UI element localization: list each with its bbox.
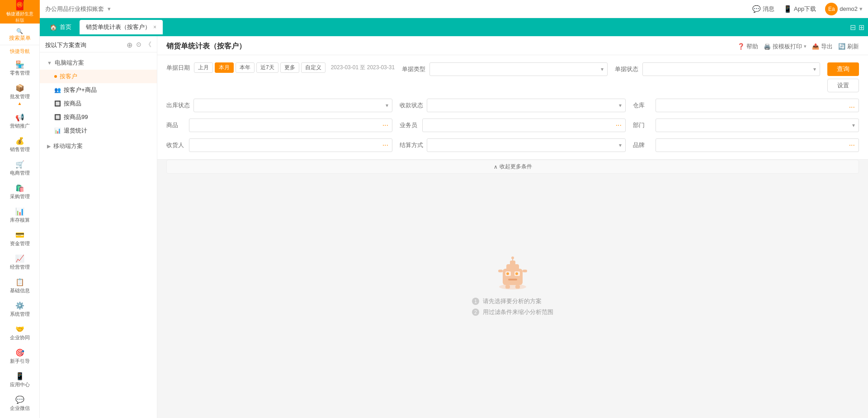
- sidebar-item-retail[interactable]: 🏪 零售管理: [0, 57, 39, 80]
- query-btn[interactable]: 查询: [827, 62, 859, 76]
- user-menu[interactable]: Ea demo2 ▾: [825, 3, 863, 15]
- tab-expand-btn[interactable]: ⊞: [859, 23, 864, 32]
- sidebar-search[interactable]: 🔍 搜索菜单: [0, 24, 39, 45]
- sidebar-item-marketing[interactable]: 📢 营销推广: [0, 109, 39, 133]
- sidebar-item-operation[interactable]: 📈 经营管理: [0, 251, 39, 274]
- doc-type-select[interactable]: ▾: [429, 62, 607, 76]
- tree-item-return-stats[interactable]: 📊 退货统计: [40, 124, 157, 138]
- settlement-select[interactable]: ▾: [427, 138, 626, 152]
- apps-icon: 📱: [15, 372, 24, 380]
- sidebar-item-enterprise[interactable]: 🤝 企业协同: [0, 321, 39, 345]
- salesperson-dots: ···: [616, 122, 622, 129]
- brand-select[interactable]: ···: [656, 138, 859, 152]
- warehouse-select[interactable]: ...: [656, 99, 859, 112]
- user-name: demo2: [840, 5, 858, 12]
- sidebar-item-sales[interactable]: 💰 销售管理: [0, 133, 39, 157]
- sidebar-item-wechat[interactable]: 💬 企业微信: [0, 392, 39, 415]
- refresh-label: 刷新: [847, 43, 859, 51]
- tab-close-btn[interactable]: ×: [153, 24, 156, 30]
- consignee-select[interactable]: ···: [189, 138, 392, 152]
- settings-scheme-btn[interactable]: ⊙: [136, 41, 142, 49]
- tree-item-by-goods99[interactable]: 🔲 按商品99: [40, 110, 157, 124]
- tree-item-by-goods[interactable]: 🔲 按商品: [40, 97, 157, 110]
- sidebar-item-purchase[interactable]: 🛍️ 采购管理: [0, 180, 39, 204]
- sidebar-item-inventory[interactable]: 📊 库存核算: [0, 204, 39, 227]
- sidebar-item-finance[interactable]: 💳 资金管理: [0, 227, 39, 251]
- left-panel-header: 按以下方案查询 ⊕ ⊙ 《: [40, 36, 157, 52]
- tree-group-mobile[interactable]: ▶ 移动端方案: [40, 139, 157, 153]
- nav-title[interactable]: 快捷导航: [10, 45, 30, 57]
- brand-dots: ···: [849, 142, 855, 149]
- avatar: Ea: [825, 3, 838, 15]
- logo-icon: 🧧: [14, 0, 26, 10]
- filter-row-3: 商品 ··· 业务员 ··· 部门: [166, 119, 859, 132]
- settlement-label: 结算方式: [400, 141, 423, 149]
- add-scheme-btn[interactable]: ⊕: [127, 41, 132, 49]
- sidebar-item-system[interactable]: ⚙️ 系统管理: [0, 298, 39, 321]
- top-header: 办公用品行业模拟账套 ▾ 💬 消息 📱 App下载 Ea demo2 ▾: [40, 0, 868, 18]
- wholesale-label: 批发管理: [10, 93, 30, 100]
- tab-active[interactable]: 销货单统计表（按客户） ×: [80, 20, 163, 34]
- sidebar-item-basic[interactable]: 📋 基础信息: [0, 274, 39, 298]
- sales-icon: 💰: [15, 137, 24, 145]
- empty-tip-1: 1 请先选择要分析的方案: [472, 297, 553, 305]
- wechat-label: 企业微信: [10, 405, 30, 412]
- sidebar-item-newuser[interactable]: 🎯 新手引导: [0, 345, 39, 368]
- sidebar-item-ecommerce[interactable]: 🛒 电商管理: [0, 157, 39, 180]
- tab-minimize-btn[interactable]: ⊟: [850, 23, 856, 32]
- receipt-status-select[interactable]: ▾: [427, 99, 626, 112]
- date-range: 2023-03-01 至 2023-03-31: [331, 64, 395, 71]
- home-label: 首页: [60, 23, 71, 31]
- salesperson-select[interactable]: ···: [422, 119, 626, 132]
- tree-group-label: 电脑端方案: [55, 59, 84, 67]
- brand-label: 品牌: [633, 141, 652, 149]
- tip-text-2: 用过滤条件来缩小分析范围: [483, 308, 553, 316]
- out-status-select[interactable]: ▾: [193, 99, 392, 112]
- date-btn-last-month[interactable]: 上月: [194, 62, 213, 73]
- doc-type-arrow: ▾: [601, 66, 604, 72]
- doc-status-filter: 单据状态 ▾: [615, 62, 820, 76]
- marketing-icon: 📢: [15, 113, 24, 122]
- message-btn[interactable]: 💬 消息: [752, 5, 774, 13]
- date-btn-custom[interactable]: 自定义: [301, 62, 326, 73]
- collapse-bar[interactable]: ∧ 收起更多条件: [166, 160, 859, 174]
- tree-item-by-customer-goods[interactable]: 👥 按客户+商品: [40, 83, 157, 97]
- date-btn-this-year[interactable]: 本年: [236, 62, 255, 73]
- export-btn[interactable]: 📤 导出: [812, 43, 833, 51]
- svg-rect-12: [523, 270, 527, 272]
- sidebar-item-member[interactable]: ⭐ 畅会员: [0, 415, 39, 418]
- date-filter: 单据日期 上月 本月 本年 近7天 更多 自定义 2023-03-01 至 20…: [166, 62, 395, 73]
- empty-tips: 1 请先选择要分析的方案 2 用过滤条件来缩小分析范围: [472, 297, 553, 316]
- app-download-icon: 📱: [783, 5, 792, 13]
- collapse-panel-btn[interactable]: 《: [145, 41, 151, 49]
- app-logo: 🧧 畅捷通好生意 标版: [0, 0, 40, 24]
- tree-expand-icon: ▼: [47, 60, 52, 66]
- doc-status-select[interactable]: ▾: [642, 62, 820, 76]
- sidebar-item-apps[interactable]: 📱 应用中心: [0, 368, 39, 392]
- tree-group-desktop[interactable]: ▼ 电脑端方案: [40, 56, 157, 70]
- help-btn[interactable]: ❓ 帮助: [737, 43, 758, 51]
- header-right: 💬 消息 📱 App下载 Ea demo2 ▾: [752, 3, 863, 15]
- salesperson-label: 业务员: [400, 121, 419, 129]
- settings-btn[interactable]: 设置: [827, 79, 859, 92]
- scheme-tree: ▼ 电脑端方案 按客户 👥 按客户+商品 🔲 按商品: [40, 52, 157, 157]
- tip-text-1: 请先选择要分析的方案: [483, 297, 542, 305]
- date-btn-more[interactable]: 更多: [280, 62, 299, 73]
- retail-label: 零售管理: [10, 70, 30, 76]
- sidebar-item-wholesale[interactable]: 📦 批发管理 ▲: [0, 80, 39, 109]
- date-btn-this-month[interactable]: 本月: [215, 62, 234, 73]
- dept-select[interactable]: ▾: [656, 119, 859, 132]
- app-download-btn[interactable]: 📱 App下载: [783, 5, 816, 13]
- svg-point-10: [511, 256, 514, 259]
- svg-rect-6: [508, 279, 517, 280]
- goods-select[interactable]: ···: [189, 119, 392, 132]
- template-print-btn[interactable]: 🖨️ 按模板打印 ▾: [764, 43, 807, 51]
- tree-item-by-customer[interactable]: 按客户: [40, 70, 157, 83]
- date-btn-last-7days[interactable]: 近7天: [256, 62, 278, 73]
- refresh-btn[interactable]: 🔄 刷新: [838, 43, 859, 51]
- svg-rect-8: [510, 261, 515, 265]
- apps-label: 应用中心: [10, 381, 30, 388]
- page-title: 销货单统计表（按客户）: [166, 42, 246, 51]
- breadcrumb-dropdown-icon[interactable]: ▾: [108, 5, 111, 12]
- tab-home[interactable]: 🏠 首页: [43, 20, 78, 34]
